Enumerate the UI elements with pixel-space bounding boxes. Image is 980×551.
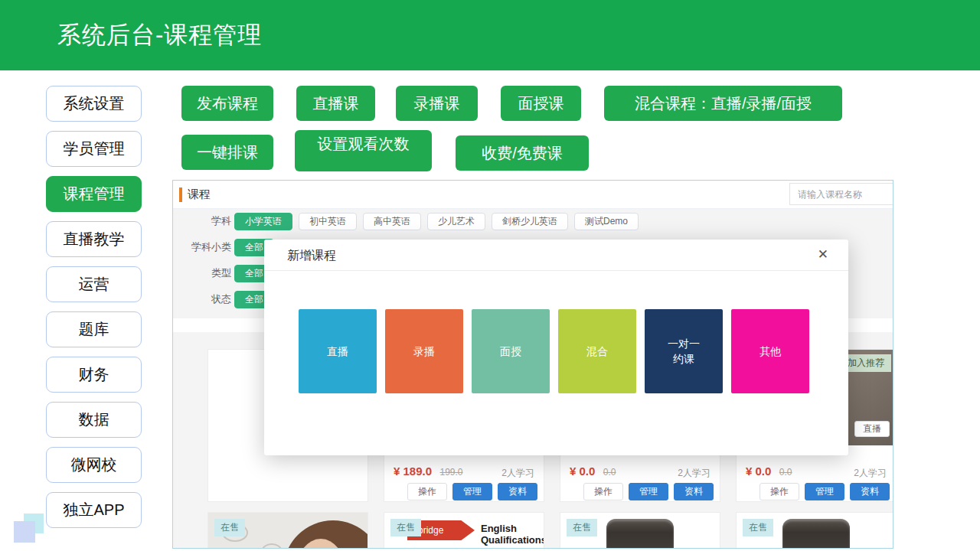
panel-title: 课程 xyxy=(188,181,211,208)
page-title: 系统后台-课程管理 xyxy=(57,0,262,70)
product-jar-graphic xyxy=(782,519,850,549)
filter-label-subcategory: 学科小类 xyxy=(173,239,231,256)
filter-label-status: 状态 xyxy=(173,291,231,308)
student-count: 2人学习 xyxy=(501,467,534,480)
course-original-price: 0.0 xyxy=(779,467,792,478)
course-search-input[interactable] xyxy=(789,183,893,205)
sidebar-item-course-management[interactable]: 课程管理 xyxy=(46,176,142,212)
sidebar-item-standalone-app[interactable]: 独立APP xyxy=(46,492,142,528)
course-price: ¥ 0.0 xyxy=(570,465,595,478)
sidebar-item-system-settings[interactable]: 系统设置 xyxy=(46,86,142,122)
mixed-course-button[interactable]: 混合课程：直播/录播/面授 xyxy=(604,86,842,121)
course-type-tag: 直播 xyxy=(854,421,890,437)
on-sale-badge: 在售 xyxy=(390,519,421,536)
sidebar-item-live-teaching[interactable]: 直播教学 xyxy=(46,221,142,257)
recorded-course-button[interactable]: 录播课 xyxy=(396,86,478,121)
sidebar-item-student-management[interactable]: 学员管理 xyxy=(46,131,142,167)
manage-button[interactable]: 管理 xyxy=(629,483,668,500)
in-person-course-button[interactable]: 面授课 xyxy=(501,86,581,121)
student-count: 2人学习 xyxy=(678,467,710,480)
course-original-price: 0.0 xyxy=(603,467,616,478)
manage-button[interactable]: 管理 xyxy=(805,483,844,500)
close-icon[interactable]: ✕ xyxy=(818,246,828,262)
filter-badge-children-art[interactable]: 少儿艺术 xyxy=(427,213,485,230)
manage-button[interactable]: 管理 xyxy=(452,483,492,500)
course-card[interactable]: 在售 xyxy=(736,512,893,549)
one-click-schedule-button[interactable]: 一键排课 xyxy=(181,135,273,170)
type-card-other[interactable]: 其他 xyxy=(731,309,809,393)
course-original-price: 199.0 xyxy=(440,467,463,478)
sidebar-item-data[interactable]: 数据 xyxy=(46,402,142,438)
filter-badge-middle-english[interactable]: 初中英语 xyxy=(299,213,357,230)
on-sale-badge: 在售 xyxy=(567,519,597,536)
on-sale-badge: 在售 xyxy=(743,519,773,536)
modal-divider xyxy=(264,270,848,271)
filter-badge-test-demo[interactable]: 测试Demo xyxy=(574,213,639,230)
on-sale-badge: 在售 xyxy=(214,519,245,536)
course-price: ¥ 189.0 xyxy=(394,465,432,478)
subject-filter-row: 小学英语 初中英语 高中英语 少儿艺术 剑桥少儿英语 测试Demo xyxy=(234,213,639,230)
publish-course-button[interactable]: 发布课程 xyxy=(181,86,273,121)
type-card-recorded[interactable]: 录播 xyxy=(385,309,463,393)
type-card-live[interactable]: 直播 xyxy=(299,309,377,393)
sidebar-item-micro-school[interactable]: 微网校 xyxy=(46,447,142,483)
material-button[interactable]: 资料 xyxy=(674,483,714,500)
filter-label-subject: 学科 xyxy=(173,213,231,230)
filter-badge-high-english[interactable]: 高中英语 xyxy=(363,213,421,230)
type-card-in-person[interactable]: 面授 xyxy=(472,309,550,393)
course-type-cards: 直播 录播 面授 混合 一对一 约课 其他 xyxy=(299,309,809,393)
corner-decoration-square xyxy=(14,521,35,543)
paid-free-course-button[interactable]: 收费/免费课 xyxy=(456,135,589,171)
modal-title: 新增课程 xyxy=(287,248,336,264)
filter-badge-cambridge-children-english[interactable]: 剑桥少儿英语 xyxy=(492,213,568,230)
operate-button[interactable]: 操作 xyxy=(583,483,623,500)
product-jar-graphic xyxy=(606,519,674,549)
course-card[interactable]: 在售 xyxy=(207,512,368,549)
new-course-modal: 新增课程 ✕ 直播 录播 面授 混合 一对一 约课 其他 xyxy=(264,240,848,455)
type-card-mixed[interactable]: 混合 xyxy=(558,309,636,393)
material-button[interactable]: 资料 xyxy=(850,483,890,500)
sidebar-item-operations[interactable]: 运营 xyxy=(46,266,142,302)
operate-button[interactable]: 操作 xyxy=(407,483,447,500)
course-card[interactable]: 在售 xyxy=(560,512,720,549)
student-count: 2人学习 xyxy=(854,467,887,480)
set-view-count-button[interactable]: 设置观看次数 xyxy=(295,130,432,171)
material-button[interactable]: 资料 xyxy=(498,483,537,500)
live-course-button[interactable]: 直播课 xyxy=(296,86,375,121)
app-header: 系统后台-课程管理 xyxy=(0,0,980,70)
course-price: ¥ 0.0 xyxy=(746,465,771,478)
panel-title-accent xyxy=(179,187,182,202)
course-card[interactable]: bridge English Qualifications 在售 xyxy=(384,512,544,549)
operate-button[interactable]: 操作 xyxy=(760,483,799,500)
sidebar-item-finance[interactable]: 财务 xyxy=(46,357,142,393)
sidebar: 系统设置 学员管理 课程管理 直播教学 运营 题库 财务 数据 微网校 独立AP… xyxy=(46,86,142,528)
filter-label-type: 类型 xyxy=(173,265,231,282)
filter-badge-primary-english[interactable]: 小学英语 xyxy=(234,213,292,230)
cambridge-caption: English Qualifications xyxy=(481,523,544,546)
sidebar-item-question-bank[interactable]: 题库 xyxy=(46,311,142,347)
type-card-one-on-one[interactable]: 一对一 约课 xyxy=(645,309,723,393)
